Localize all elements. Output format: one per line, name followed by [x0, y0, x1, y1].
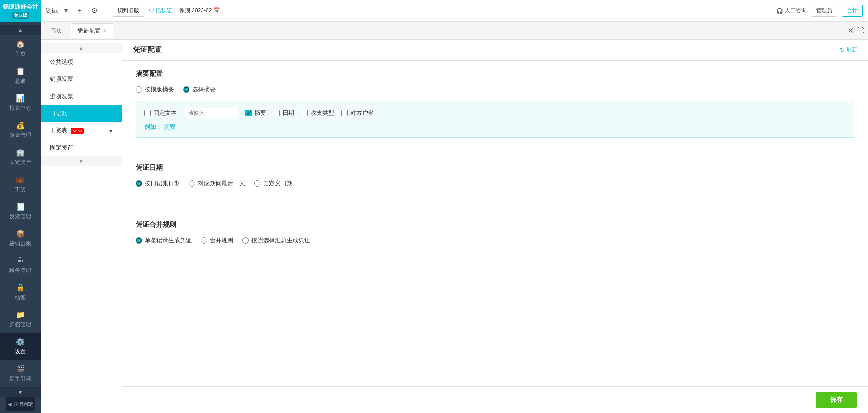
- merge-radio-single-label: 单条记录生成凭证: [145, 236, 192, 244]
- cancel-fixed-btn[interactable]: ◀ 取消固定: [6, 397, 35, 411]
- checkbox-date[interactable]: 日期: [274, 109, 294, 117]
- left-nav-item-public[interactable]: 公共选项: [41, 53, 122, 70]
- consult-btn[interactable]: 🎧 人工咨询: [776, 7, 807, 14]
- summary-config-box: 固定文本 摘要 日期: [136, 101, 854, 138]
- tab-home[interactable]: 首页: [44, 24, 69, 38]
- sidebar-scroll-up-btn[interactable]: ▲: [0, 25, 41, 35]
- checkbox-date-input[interactable]: [274, 110, 280, 116]
- close-panel-btn[interactable]: ✕: [848, 26, 854, 35]
- sidebar-item-trade[interactable]: 📦 进销台账: [0, 225, 41, 252]
- settings-gear-btn[interactable]: ⚙: [90, 5, 99, 17]
- merge-radio-select-input[interactable]: [242, 237, 249, 244]
- date-section: 凭证日期 按日记账日期 对应期间最后一天: [136, 164, 854, 206]
- date-radio-custom[interactable]: 自定义日期: [254, 179, 292, 188]
- fixed-text-input[interactable]: [184, 108, 238, 118]
- checkbox-counterpart[interactable]: 对方户名: [341, 109, 374, 117]
- checkbox-fixed-text[interactable]: 固定文本: [144, 109, 177, 117]
- checkbox-payment-type-input[interactable]: [302, 110, 308, 116]
- date-radio-custom-label: 自定义日期: [263, 179, 292, 188]
- sidebar-item-invoice[interactable]: 🧾 发票管理: [0, 198, 41, 225]
- date-radio-period-last-input[interactable]: [189, 180, 195, 187]
- merge-radio-rule-label: 合并规则: [210, 236, 233, 244]
- merge-radio-group: 单条记录生成凭证 合并规则 按照选择汇总生成凭证: [136, 236, 854, 244]
- date-radio-group: 按日记账日期 对应期间最后一天 自定义日期: [136, 179, 854, 188]
- trade-icon: 📦: [16, 230, 25, 238]
- merge-radio-select-label: 按照选择汇总生成凭证: [251, 236, 310, 244]
- right-panel: 凭证配置 ↻ 刷新 摘要配置 按模版摘要: [122, 40, 868, 413]
- sidebar-item-guide[interactable]: 🎬 新手引导: [0, 360, 41, 387]
- tab-close-btn[interactable]: ×: [104, 28, 107, 34]
- sidebar-item-finance[interactable]: 💰 资金管理: [0, 117, 41, 144]
- tabs-bar: 首页 凭证配置 × ✕ ⛶: [41, 22, 868, 40]
- date-radio-journal[interactable]: 按日记账日期: [136, 179, 180, 188]
- expand-icon: ▾: [109, 127, 113, 134]
- date-section-title: 凭证日期: [136, 164, 854, 172]
- summary-radio-select-input[interactable]: [183, 86, 189, 93]
- summary-radio-select[interactable]: 选择摘要: [183, 85, 216, 94]
- topbar-divider: [106, 6, 106, 15]
- checkbox-payment-type-label: 收支类型: [311, 109, 334, 117]
- sidebar-item-report[interactable]: 📊 报表中心: [0, 89, 41, 117]
- new-badge: NEW: [71, 128, 84, 134]
- checkbox-summary-input[interactable]: [245, 110, 252, 116]
- sidebar-item-settings[interactable]: ⚙️ 设置: [0, 333, 41, 360]
- left-nav-item-sales[interactable]: 销项发票: [41, 70, 122, 88]
- sidebar-item-asset[interactable]: 🏢 固定资产: [0, 144, 41, 171]
- sidebar-scroll-down-btn[interactable]: ▼: [0, 387, 41, 397]
- merge-radio-rule[interactable]: 合并规则: [201, 236, 233, 244]
- sidebar-label-close: 结账: [15, 294, 26, 301]
- sidebar-item-tax[interactable]: 🏛 税务管理: [0, 252, 41, 279]
- topbar-right: 🎧 人工咨询 管理员 会计: [776, 5, 863, 17]
- expand-panel-btn[interactable]: ⛶: [857, 26, 864, 35]
- sidebar-item-home[interactable]: 🏠 首页: [0, 35, 41, 62]
- checkbox-counterpart-label: 对方户名: [350, 109, 374, 117]
- user-btn[interactable]: 管理员: [811, 5, 837, 17]
- salary-icon: 💼: [16, 175, 25, 184]
- refresh-btn[interactable]: ↻ 刷新: [840, 46, 857, 54]
- save-btn[interactable]: 保存: [816, 392, 857, 408]
- add-project-btn[interactable]: ＋: [74, 4, 85, 17]
- sidebar-item-close[interactable]: 🔒 结账: [0, 279, 41, 306]
- merge-radio-single-input[interactable]: [136, 237, 142, 244]
- left-nav: ▲ 公共选项 销项发票 进项发票 日记账 工资表 NEW: [41, 40, 122, 413]
- app-logo: 畅捷通好会计 专业版: [0, 0, 41, 22]
- period-info: 账期 2023-02 📅: [179, 7, 220, 14]
- sidebar-item-archive[interactable]: 📁 归档管理: [0, 306, 41, 333]
- merge-radio-select[interactable]: 按照选择汇总生成凭证: [242, 236, 310, 244]
- merge-section-title: 凭证合并规则: [136, 221, 854, 229]
- checkbox-fixed-text-label: 固定文本: [153, 109, 177, 117]
- merge-radio-rule-input[interactable]: [201, 237, 207, 244]
- left-nav-scroll-up-btn[interactable]: ▲: [41, 43, 122, 53]
- sidebar-item-ledger[interactable]: 📋 总账: [0, 62, 41, 89]
- checkbox-fixed-text-input[interactable]: [144, 110, 151, 116]
- tab-cert-config-label: 凭证配置: [77, 27, 101, 35]
- checkbox-counterpart-input[interactable]: [341, 110, 348, 116]
- date-radio-custom-input[interactable]: [254, 180, 260, 187]
- summary-radio-template[interactable]: 按模版摘要: [136, 85, 174, 94]
- checkbox-date-label: 日期: [283, 109, 294, 117]
- merge-radio-single[interactable]: 单条记录生成凭证: [136, 236, 192, 244]
- switch-version-btn[interactable]: 切到旧版: [113, 5, 144, 17]
- tab-cert-config[interactable]: 凭证配置 ×: [71, 23, 113, 38]
- cert-icon: 🛡: [149, 8, 154, 14]
- refresh-label: 刷新: [846, 46, 857, 54]
- project-dropdown-btn[interactable]: ▾: [62, 5, 70, 17]
- summary-radio-template-input[interactable]: [136, 86, 142, 93]
- headset-icon: 🎧: [776, 8, 783, 14]
- checkbox-payment-type[interactable]: 收支类型: [302, 109, 334, 117]
- left-nav-item-payroll[interactable]: 工资表 NEW ▾: [41, 122, 122, 139]
- page-title: 凭证配置: [133, 45, 162, 55]
- left-nav-item-fixed-asset[interactable]: 固定资产: [41, 139, 122, 156]
- left-nav-scroll-down-btn[interactable]: ▼: [41, 156, 122, 166]
- date-radio-journal-input[interactable]: [136, 180, 142, 187]
- role-btn[interactable]: 会计: [842, 5, 863, 17]
- sidebar-label-archive: 归档管理: [9, 321, 31, 329]
- checkbox-summary[interactable]: 摘要: [245, 109, 266, 117]
- left-nav-item-journal[interactable]: 日记账: [41, 105, 122, 122]
- cert-status: 🛡 已认证: [149, 7, 172, 14]
- sidebar-item-salary[interactable]: 💼 工资: [0, 171, 41, 198]
- asset-icon: 🏢: [16, 148, 25, 157]
- date-radio-period-last[interactable]: 对应期间最后一天: [189, 179, 245, 188]
- left-nav-item-purchase[interactable]: 进项发票: [41, 88, 122, 105]
- cert-label: 已认证: [156, 7, 172, 14]
